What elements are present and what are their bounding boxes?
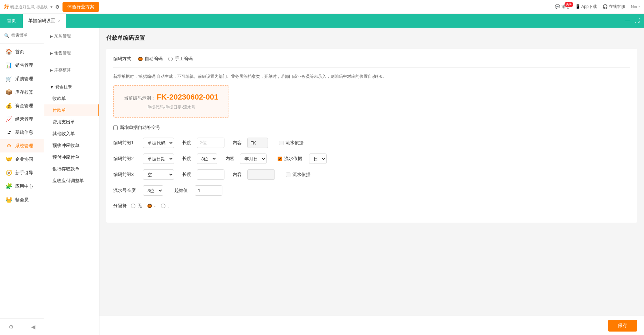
sidebar-item-home[interactable]: 🏠 首页 [0,45,44,58]
sidebar-search[interactable]: 🔍 搜索菜单 [0,30,44,40]
finance-icon: 💰 [6,102,12,109]
sidebar-item-operations[interactable]: 📈 经营管理 [0,112,44,126]
topbar-right: 💬 消息 99+ 📱 App下载 🎧 在线客服 Nare [555,4,640,10]
content-label2: 内容 [225,156,234,162]
maximize-icon[interactable]: ⛶ [634,18,640,24]
second-nav-item-yufu[interactable]: 预付冲应付单 [44,151,99,163]
prefix2-row: 编码前缀2 单据日期 部门 业务员 空 长度 8位 4位 6位 内容 [113,153,630,164]
separator-dot-option[interactable]: . [161,203,169,208]
prefix2-content-select[interactable]: 年月日 年月 年 [240,153,267,164]
settings-bottom-icon[interactable]: ⚙ [7,322,16,332]
separator-dot-radio[interactable] [161,204,165,208]
prefix2-serial-checkbox[interactable] [278,157,282,161]
prefix1-select[interactable]: 单据代码 部门 业务员 空 [143,138,174,148]
auto-fill-checkbox[interactable] [113,125,118,130]
sidebar-item-system[interactable]: ⚙ 系统管理 [0,139,44,152]
footer: 保存 [99,316,644,335]
separator-row: 分隔符 无 - . [113,203,630,209]
length-label2: 长度 [182,156,191,162]
second-nav-item-fukuan[interactable]: 付款单 [44,104,99,116]
separator-none-label: 无 [137,203,142,209]
tab-active[interactable]: 单据编码设置 × [23,14,66,28]
group-inventory-title[interactable]: ▶ 库存核算 [44,64,99,76]
second-nav-item-feiyong[interactable]: 费用支出单 [44,116,99,128]
dropdown-arrow-icon[interactable]: ▾ [50,4,52,9]
page-title: 付款单编码设置 [106,35,637,42]
auto-encode-option[interactable]: 自动编码 [138,56,163,62]
second-nav-item-yingshou[interactable]: 应收应付调整单 [44,175,99,187]
message-badge-wrap[interactable]: 💬 消息 99+ [555,4,569,10]
sidebar-top: 🔍 搜索菜单 [0,28,44,44]
user-avatar[interactable]: Nare [631,4,640,9]
group-sales-title[interactable]: ▶ 销售管理 [44,47,99,59]
preview-code: FK-20230602-001 [157,93,219,101]
length-label1: 长度 [182,140,191,146]
sidebar-item-sales[interactable]: 📊 销售管理 [0,58,44,72]
sidebar-item-basic[interactable]: 🗂 基础信息 [0,126,44,139]
collapse-icon[interactable]: ◀ [29,322,37,332]
separator-dash-option[interactable]: - [147,203,155,208]
prefix2-select[interactable]: 单据日期 部门 业务员 空 [143,153,174,164]
prefix2-serial-follow[interactable]: 流水依据 [278,156,302,162]
group-label: 库存核算 [54,67,71,73]
prefix3-length-display [197,169,224,180]
separator-dash-label: - [154,203,155,208]
tab-home[interactable]: 首页 [0,14,23,28]
operations-icon: 📈 [6,116,12,122]
sidebar-item-enterprise[interactable]: 🤝 企业协同 [0,152,44,166]
prefix3-serial-follow[interactable]: 流水依据 [286,171,310,178]
tab-active-label: 单据编码设置 [28,18,55,24]
sidebar-item-guide[interactable]: 🧭 新手引导 [0,166,44,179]
chevron-right-icon: ▶ [50,68,53,73]
prefix2-length-select[interactable]: 8位 4位 6位 [197,153,217,164]
separator-none-option[interactable]: 无 [131,203,142,209]
sidebar-item-label: 销售管理 [15,62,33,68]
second-nav-item-shoukuan[interactable]: 收款单 [44,93,99,104]
sidebar-item-vip[interactable]: 👑 畅会员 [0,193,44,206]
auto-encode-radio[interactable] [138,57,143,61]
group-sales: ▶ 销售管理 [44,45,99,62]
manual-encode-radio[interactable] [168,57,173,61]
online-service[interactable]: 🎧 在线客服 [603,4,625,10]
sales-icon: 📊 [6,62,12,68]
chevron-right-icon: ▶ [50,34,53,39]
second-nav-item-yinhang[interactable]: 银行存取款单 [44,163,99,175]
prefix1-serial-follow[interactable]: 流水依据 [279,140,304,146]
purchase-icon: 🛒 [6,75,12,82]
group-purchase-title[interactable]: ▶ 采购管理 [44,30,99,42]
prefix2-period-select[interactable]: 日 月 年 [309,153,327,164]
separator-dash-radio[interactable] [147,204,152,208]
second-nav-item-qita[interactable]: 其他收入单 [44,128,99,140]
sidebar-item-finance[interactable]: 💰 资金管理 [0,99,44,112]
industry-btn[interactable]: 体验行业方案 [63,2,99,12]
save-button[interactable]: 保存 [608,320,637,332]
prefix1-serial-checkbox [279,141,283,145]
serial-length-select[interactable]: 3位 4位 5位 6位 [143,185,163,196]
sidebar-item-label: 基础信息 [15,129,33,136]
app-download[interactable]: 📱 App下载 [575,4,597,10]
sidebar-item-label: 系统管理 [15,143,33,149]
app-center-icon: 🧩 [6,183,12,189]
tabbar-right: — ⛶ [625,18,644,24]
prefix3-select[interactable]: 空 单据代码 部门 业务员 [143,169,174,180]
group-finance-title[interactable]: ▼ 资金往来 [44,81,99,93]
prefix2-label: 编码前缀2 [113,156,137,162]
start-value-input[interactable] [195,185,222,196]
tab-close-btn[interactable]: × [58,18,60,23]
minimize-icon[interactable]: — [625,18,630,24]
prefix1-label: 编码前缀1 [113,140,137,146]
auto-fill-row[interactable]: 新增单据自动补空号 [113,124,630,131]
sidebar-item-app-center[interactable]: 🧩 应用中心 [0,179,44,193]
search-icon: 🔍 [4,33,9,38]
auto-encode-label: 自动编码 [145,56,163,62]
manual-encode-option[interactable]: 手工编码 [168,56,193,62]
separator-dot-label: . [167,203,169,208]
second-nav-item-yushou[interactable]: 预收冲应收单 [44,140,99,151]
encoding-radio-group: 自动编码 手工编码 [138,56,193,62]
separator-none-radio[interactable] [131,204,135,208]
sidebar-item-purchase[interactable]: 🛒 采购管理 [0,72,44,85]
main-layout: 🔍 搜索菜单 🏠 首页 📊 销售管理 🛒 采购管理 📦 库存核算 💰 [0,28,644,335]
sidebar-item-inventory[interactable]: 📦 库存核算 [0,85,44,99]
settings-icon[interactable]: ⚙ [55,4,60,10]
prefix1-row: 编码前缀1 单据代码 部门 业务员 空 长度 2位 内容 FK 流水依据 [113,138,630,148]
